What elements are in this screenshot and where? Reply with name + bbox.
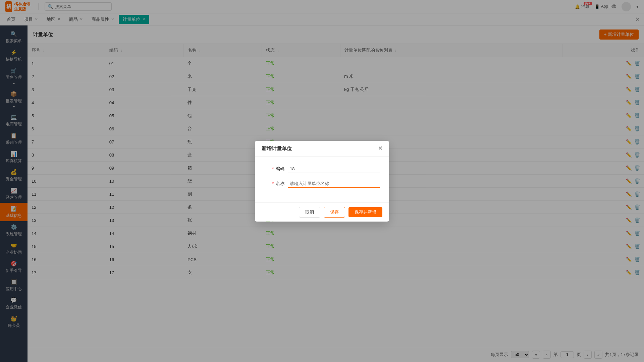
add-unit-modal: 新增计量单位 ✕ * 编码 * 名称 取消 保存 保存并新增 xyxy=(255,141,389,222)
cancel-button[interactable]: 取消 xyxy=(299,207,320,218)
required-mark: * xyxy=(272,166,274,171)
modal-title: 新增计量单位 xyxy=(262,145,292,152)
modal-close-button[interactable]: ✕ xyxy=(378,146,382,151)
save-and-new-button[interactable]: 保存并新增 xyxy=(348,207,382,217)
form-row-name: * 名称 xyxy=(264,180,380,188)
modal-body: * 编码 * 名称 xyxy=(255,157,389,202)
required-mark: * xyxy=(272,181,274,186)
modal-overlay: 新增计量单位 ✕ * 编码 * 名称 取消 保存 保存并新增 xyxy=(0,0,644,362)
form-row-code: * 编码 xyxy=(264,165,380,173)
modal-header: 新增计量单位 ✕ xyxy=(255,141,389,157)
save-button[interactable]: 保存 xyxy=(324,207,345,218)
modal-footer: 取消 保存 保存并新增 xyxy=(255,202,389,222)
name-input[interactable] xyxy=(288,180,380,188)
code-input[interactable] xyxy=(288,165,380,173)
code-label: * 编码 xyxy=(264,166,284,172)
name-label: * 名称 xyxy=(264,181,284,187)
